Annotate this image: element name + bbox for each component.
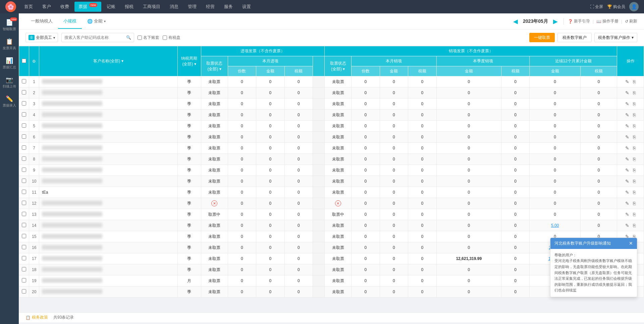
row-checkbox[interactable] [22,123,26,128]
row-checkbox[interactable] [22,90,26,94]
row-checkbox[interactable] [22,234,26,238]
date-prev-btn[interactable]: ◀ [512,17,520,25]
search-input[interactable] [64,35,125,40]
row-checkbox[interactable] [22,201,26,205]
new-user-guide-btn[interactable]: ❓ 新手引导 [568,18,590,24]
copy-btn[interactable]: ⎘ [632,145,637,151]
search-icon[interactable]: 🔍 [126,35,131,40]
row-checkbox[interactable] [22,156,26,161]
edit-btn[interactable]: ✎ [624,134,631,140]
sidebar-item-invoice-open[interactable]: 📋 发票开具 [1,35,18,53]
cell-out-pcs: 0 [352,242,380,253]
manual-btn[interactable]: 📖 操作手册 [596,18,619,24]
one-click-ticket-btn[interactable]: 一键取票 [529,33,555,42]
employee-filter[interactable]: 全 全部员工 ▾ [25,33,58,42]
edit-btn[interactable]: ✎ [624,222,631,229]
cell-in-amt: 0 [256,253,285,264]
nav-customer[interactable]: 客户 [38,2,55,12]
copy-btn[interactable]: ⎘ [632,211,637,218]
edit-btn[interactable]: ✎ [624,200,631,207]
nav-business[interactable]: 工商项目 [139,2,164,12]
row-checkbox[interactable] [22,168,26,172]
notice-close-btn[interactable]: ✕ [629,241,633,246]
user-avatar[interactable]: 👤 [629,2,639,11]
copy-btn[interactable]: ⎘ [632,167,637,174]
edit-btn[interactable]: ✎ [624,211,631,218]
copy-btn[interactable]: ⎘ [632,112,637,118]
copy-btn[interactable]: ⎘ [632,101,637,107]
row-checkbox[interactable] [22,245,26,249]
nav-service[interactable]: 服务 [220,2,237,12]
edit-btn[interactable]: ✎ [624,167,631,174]
date-next-btn[interactable]: ▶ [551,17,559,25]
filter-icon[interactable]: ▾ [121,59,123,63]
sidebar-item-scan-upload[interactable]: 📷 扫描上传 [1,73,18,91]
tab-all-capable[interactable]: 🌐 全能 ▾ [82,14,111,29]
cell-number: 7 [29,143,39,154]
edit-btn[interactable]: ✎ [624,156,631,163]
edit-btn[interactable]: ✎ [624,178,631,185]
copy-btn[interactable]: ⎘ [632,134,637,140]
has-tax-disk-checkbox[interactable] [163,36,167,40]
edit-btn[interactable]: ✎ [624,101,631,107]
my-account-checkbox[interactable] [138,36,142,40]
row-checkbox[interactable] [22,278,26,282]
row-checkbox[interactable] [22,179,26,183]
row-checkbox[interactable] [22,256,26,260]
nav-ticket[interactable]: 票据 new [74,2,101,12]
period-filter-icon[interactable]: ▾ [194,62,196,66]
tax-digital-account-btn[interactable]: 税务数字账户 [557,33,592,42]
copy-btn[interactable]: ⎘ [632,200,637,207]
edit-btn[interactable]: ✎ [624,112,631,118]
edit-btn[interactable]: ✎ [624,145,631,151]
tax-digital-account-ops-btn[interactable]: 税务数字账户操作 ▾ [594,33,637,42]
select-all-checkbox[interactable] [22,59,26,63]
copy-btn[interactable]: ⎘ [632,89,637,96]
tab-small-scale[interactable]: 小规模 [58,14,82,29]
copy-btn[interactable]: ⎘ [632,222,637,229]
settings-icon[interactable]: ⚙ [32,59,36,64]
copy-btn[interactable]: ⎘ [632,189,637,196]
refresh-btn[interactable]: ↺ 刷新 [625,18,637,24]
has-tax-disk-checkbox-label[interactable]: 有税盘 [163,35,180,41]
nav-operations[interactable]: 经营 [202,2,219,12]
row-checkbox[interactable] [22,101,26,106]
out-status-filter-icon[interactable]: ▾ [343,67,345,71]
edit-btn[interactable]: ✎ [624,89,631,96]
row-checkbox[interactable] [22,212,26,216]
row-checkbox[interactable] [22,79,26,83]
member-btn[interactable]: 🏆 购会员 [607,4,625,10]
sidebar-item-ticket-entry[interactable]: ✏️ 票据录入 [1,92,18,110]
nav-admin[interactable]: 管理 [184,2,201,12]
cell-in-tax: 0 [284,154,313,165]
row-checkbox[interactable] [22,267,26,271]
row-checkbox[interactable] [22,112,26,117]
nav-message[interactable]: 消息 [166,2,182,12]
nav-home[interactable]: 首页 [20,2,37,12]
dropdown-arrow-icon[interactable]: ▾ [104,19,106,23]
edit-btn[interactable]: ✎ [624,123,631,129]
row-checkbox[interactable] [22,190,26,194]
policy-link[interactable]: 📋 税务政策 [25,315,48,320]
in-status-filter-icon[interactable]: ▾ [219,67,221,71]
row-checkbox[interactable] [22,134,26,139]
copy-btn[interactable]: ⎘ [632,123,637,129]
copy-btn[interactable]: ⎘ [632,156,637,163]
edit-btn[interactable]: ✎ [624,189,631,196]
edit-btn[interactable]: ✎ [624,78,631,85]
nav-accounting[interactable]: 记账 [103,2,119,12]
copy-btn[interactable]: ⎘ [632,78,637,85]
nav-tax[interactable]: 报税 [121,2,138,12]
fullscreen-btn[interactable]: ⛶ 全屏 [590,4,603,10]
row-checkbox[interactable] [22,145,26,150]
nav-billing[interactable]: 收费 [56,2,73,12]
sidebar-item-ticket-summary[interactable]: 📊 票据汇总 [1,54,18,72]
row-checkbox[interactable] [22,289,26,294]
my-account-checkbox-label[interactable]: 名下账套 [138,35,159,41]
sidebar-item-smart-ticket[interactable]: 📄 new 智能取票 [1,16,18,34]
nav-settings[interactable]: 设置 [238,2,255,12]
copy-btn[interactable]: ⎘ [632,178,637,185]
row-checkbox[interactable] [22,223,26,227]
tab-general-taxpayer[interactable]: 一般纳税人 [25,14,58,29]
cell-in-empty [313,286,325,298]
